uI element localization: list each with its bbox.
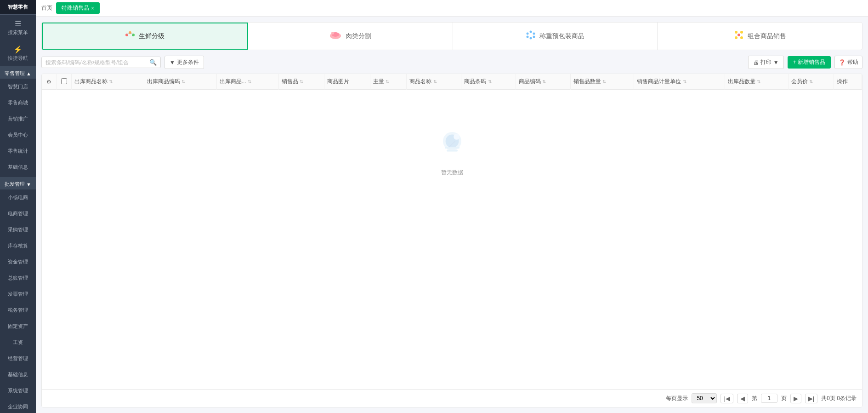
print-arrow-icon: ▼ xyxy=(773,59,779,66)
search-icon[interactable]: 🔍 xyxy=(149,59,157,66)
th-sales-product-label: 销售品 xyxy=(282,78,298,85)
sidebar-item-ledger-mgmt[interactable]: 总账管理 xyxy=(0,270,36,286)
sidebar-item-invoice-mgmt[interactable]: 发票管理 xyxy=(0,286,36,302)
th-product-code[interactable]: 商品编码 ⇅ xyxy=(516,74,570,90)
th-sales-product[interactable]: 销售品 ⇅ xyxy=(278,74,324,90)
print-label: 打印 xyxy=(760,58,772,66)
tax-mgmt-label: 税务管理 xyxy=(8,307,28,313)
svg-point-9 xyxy=(529,31,532,33)
toolbar: 🔍 ▼ 更多条件 🖨 打印 ▼ + 新增销售品 ❓ 帮助 xyxy=(41,56,862,69)
sidebar-item-basic-info2[interactable]: 基础信息 xyxy=(0,367,36,383)
current-tab-badge[interactable]: 特殊销售品 × xyxy=(56,2,100,14)
tab-meat-cutting[interactable]: 肉类分割 xyxy=(248,23,453,50)
sidebar-item-search-menu[interactable]: ☰ 搜索菜单 xyxy=(0,15,36,40)
sort-icon-product-barcode: ⇅ xyxy=(488,79,492,84)
th-product-name[interactable]: 商品名称 ⇅ xyxy=(407,74,461,90)
filter-button[interactable]: ▼ 更多条件 xyxy=(165,56,204,69)
tab-weight-package[interactable]: 称重预包装商品 xyxy=(453,23,658,50)
page-first-button[interactable]: |◀ xyxy=(720,394,733,403)
page-prev-button[interactable]: ◀ xyxy=(737,394,748,403)
sidebar-item-business-mgmt[interactable]: 经营管理 xyxy=(0,350,36,367)
th-settings[interactable]: ⚙ xyxy=(42,74,57,90)
new-product-label: + 新增销售品 xyxy=(793,58,825,66)
sidebar-item-fixed-assets[interactable]: 固定资产 xyxy=(0,318,36,334)
sidebar-item-system-mgmt[interactable]: 系统管理 xyxy=(0,383,36,399)
th-checkbox[interactable] xyxy=(57,74,71,90)
svg-point-18 xyxy=(738,34,740,36)
retail-mgmt-label: 零售管理 xyxy=(5,70,25,77)
sidebar-item-inventory[interactable]: 库存核算 xyxy=(0,238,36,254)
th-member-price[interactable]: 会员价 ⇅ xyxy=(789,74,834,90)
table-scroll[interactable]: ⚙ 出库商品名称 ⇅ 出库商品编码 ⇅ xyxy=(42,74,862,389)
retail-mgmt-arrow: ▲ xyxy=(26,71,31,76)
sidebar-item-smart-store[interactable]: 智慧门店 xyxy=(0,79,36,95)
print-button[interactable]: 🖨 打印 ▼ xyxy=(748,56,784,69)
th-out-product-name[interactable]: 出库商品名称 ⇅ xyxy=(71,74,144,90)
search-box[interactable]: 🔍 xyxy=(41,57,161,68)
th-out-qty-label: 出库品数量 xyxy=(728,78,755,85)
page-last-button[interactable]: ▶| xyxy=(805,394,817,403)
help-icon: ❓ xyxy=(839,59,845,66)
th-out-product-code-label: 出库商品编码 xyxy=(147,78,180,85)
th-out-qty[interactable]: 出库品数量 ⇅ xyxy=(725,74,788,90)
tab-weight-package-label: 称重预包装商品 xyxy=(539,32,584,40)
sidebar-item-retail-mall[interactable]: 零售商城 xyxy=(0,95,36,111)
retail-mall-label: 零售商城 xyxy=(8,100,28,105)
help-label: 帮助 xyxy=(847,58,858,66)
page-next-button[interactable]: ▶ xyxy=(790,394,801,403)
sidebar-item-sales-promo[interactable]: 营销推广 xyxy=(0,111,36,127)
svg-rect-21 xyxy=(445,147,460,149)
filter-label: 更多条件 xyxy=(177,58,199,66)
th-sales-qty[interactable]: 销售品数量 ⇅ xyxy=(570,74,634,90)
sidebar-item-labor[interactable]: 工资 xyxy=(0,334,36,350)
th-product-code-label: 商品编码 xyxy=(519,78,541,85)
th-sales-unit[interactable]: 销售商品计量单位 ⇅ xyxy=(634,74,725,90)
page-number-input[interactable] xyxy=(761,394,777,403)
tab-combo-sales-label: 组合商品销售 xyxy=(748,32,786,40)
th-product-barcode[interactable]: 商品条码 ⇅ xyxy=(461,74,516,90)
page-size-select[interactable]: 50 100 200 xyxy=(692,393,717,403)
svg-point-11 xyxy=(526,36,528,38)
sidebar-item-ecommerce-mgmt[interactable]: 电商管理 xyxy=(0,206,36,222)
th-out-product-code[interactable]: 出库商品编码 ⇅ xyxy=(144,74,216,90)
sidebar-item-quick-nav[interactable]: ⚡ 快捷导航 xyxy=(0,40,36,66)
search-input[interactable] xyxy=(45,59,149,66)
th-sales-qty-label: 销售品数量 xyxy=(573,78,601,85)
main-content: 首页 特殊销售品 × 生鲜分级 xyxy=(36,0,868,413)
member-center-label: 会员中心 xyxy=(8,132,28,138)
sidebar-item-wholesale-mgmt[interactable]: 批发管理 ▼ xyxy=(0,177,36,189)
tab-combo-sales[interactable]: 组合商品销售 xyxy=(658,23,862,50)
help-button[interactable]: ❓ 帮助 xyxy=(834,56,862,69)
breadcrumb-home[interactable]: 首页 xyxy=(41,4,52,12)
total-label: 共0页 0条记录 xyxy=(821,395,857,402)
sidebar: 智慧零售 ☰ 搜索菜单 ⚡ 快捷导航 零售管理 ▲ 智慧门店 零售商城 营销推广… xyxy=(0,0,36,413)
sidebar-item-member-center[interactable]: 会员中心 xyxy=(0,127,36,143)
inventory-label: 库存核算 xyxy=(8,243,28,248)
sidebar-item-purchase-mgmt[interactable]: 采购管理 xyxy=(0,222,36,238)
empty-text: 暂无数据 xyxy=(441,169,463,177)
tab-meat-cutting-label: 肉类分割 xyxy=(346,32,371,40)
sidebar-item-retail-stats[interactable]: 零售统计 xyxy=(0,143,36,159)
quick-nav-icon: ⚡ xyxy=(2,45,34,54)
th-weight[interactable]: 主量 ⇅ xyxy=(370,74,407,90)
sidebar-item-retail-mgmt[interactable]: 零售管理 ▲ xyxy=(0,66,36,79)
sidebar-item-mini-ecommerce[interactable]: 小畅电商 xyxy=(0,189,36,206)
svg-point-23 xyxy=(454,134,460,140)
tab-fresh-grade[interactable]: 生鲜分级 xyxy=(42,23,248,50)
sort-icon-sales-unit: ⇅ xyxy=(683,79,686,84)
sidebar-item-finance-mgmt[interactable]: 资金管理 xyxy=(0,254,36,270)
th-sales-unit-label: 销售商品计量单位 xyxy=(637,78,681,85)
sidebar-item-basic-info[interactable]: 基础信息 xyxy=(0,159,36,175)
th-product-image: 商品图片 xyxy=(324,74,370,90)
select-all-checkbox[interactable] xyxy=(61,78,67,84)
th-member-price-label: 会员价 xyxy=(791,78,808,85)
th-product-name-label: 商品名称 xyxy=(409,78,431,85)
fixed-assets-label: 固定资产 xyxy=(8,323,28,329)
close-tab-icon[interactable]: × xyxy=(91,5,94,11)
sidebar-item-enterprise[interactable]: 企业协同 xyxy=(0,399,36,413)
table-header-row: ⚙ 出库商品名称 ⇅ 出库商品编码 ⇅ xyxy=(42,74,862,90)
new-product-button[interactable]: + 新增销售品 xyxy=(788,56,831,69)
th-out-product-x[interactable]: 出库商品... ⇅ xyxy=(216,74,278,90)
sidebar-item-tax-mgmt[interactable]: 税务管理 xyxy=(0,302,36,318)
sort-icon-out-qty: ⇅ xyxy=(757,79,760,84)
